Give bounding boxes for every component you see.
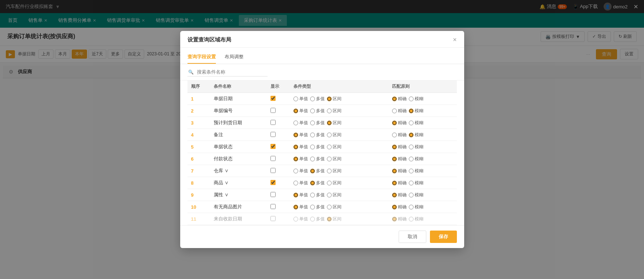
type-option-9-单值[interactable]: 单值 xyxy=(293,204,308,210)
type-option-2-多值[interactable]: 多值 xyxy=(310,120,325,126)
modal-search-input[interactable] xyxy=(187,68,268,76)
display-checkbox-0[interactable] xyxy=(270,96,276,101)
display-checkbox-10[interactable] xyxy=(270,216,276,221)
type-radio-3-区间[interactable] xyxy=(327,133,332,137)
display-checkbox-4[interactable] xyxy=(270,144,276,149)
match-option-8-模糊[interactable]: 模糊 xyxy=(409,192,423,198)
match-option-9-精确[interactable]: 精确 xyxy=(392,204,407,210)
match-option-4-模糊[interactable]: 模糊 xyxy=(409,144,423,150)
match-option-0-精确[interactable]: 精确 xyxy=(392,96,407,102)
type-option-9-多值[interactable]: 多值 xyxy=(310,204,325,210)
type-option-6-单值[interactable]: 单值 xyxy=(293,168,308,174)
type-radio-6-区间[interactable] xyxy=(327,169,332,173)
match-option-8-精确[interactable]: 精确 xyxy=(392,192,407,198)
type-radio-2-单值[interactable] xyxy=(293,121,298,125)
type-radio-1-单值[interactable] xyxy=(293,109,298,113)
match-radio-9-模糊[interactable] xyxy=(409,205,414,209)
type-radio-5-单值[interactable] xyxy=(293,157,298,161)
type-radio-10-多值[interactable] xyxy=(310,217,315,221)
type-option-1-多值[interactable]: 多值 xyxy=(310,108,325,114)
match-radio-2-模糊[interactable] xyxy=(409,121,414,125)
match-radio-5-精确[interactable] xyxy=(392,157,397,161)
match-radio-1-精确[interactable] xyxy=(392,109,397,113)
match-radio-3-模糊[interactable] xyxy=(409,133,414,137)
type-option-4-多值[interactable]: 多值 xyxy=(310,144,325,150)
match-radio-8-精确[interactable] xyxy=(392,193,397,197)
type-option-3-区间[interactable]: 区间 xyxy=(327,132,341,138)
type-radio-0-区间[interactable] xyxy=(327,97,332,101)
match-option-5-模糊[interactable]: 模糊 xyxy=(409,156,423,162)
display-checkbox-3[interactable] xyxy=(270,132,276,137)
match-option-4-精确[interactable]: 精确 xyxy=(392,144,407,150)
type-radio-9-单值[interactable] xyxy=(293,205,298,209)
match-radio-10-模糊[interactable] xyxy=(409,217,414,221)
type-radio-10-单值[interactable] xyxy=(293,217,298,221)
match-radio-7-精确[interactable] xyxy=(392,181,397,185)
type-option-7-多值[interactable]: 多值 xyxy=(310,180,325,186)
type-radio-1-区间[interactable] xyxy=(327,109,332,113)
type-radio-1-多值[interactable] xyxy=(310,109,315,113)
match-radio-4-模糊[interactable] xyxy=(409,145,414,149)
type-option-6-多值[interactable]: 多值 xyxy=(310,168,325,174)
type-option-1-区间[interactable]: 区间 xyxy=(327,108,341,114)
type-radio-8-区间[interactable] xyxy=(327,193,332,197)
save-button[interactable]: 保存 xyxy=(430,231,457,243)
match-option-6-模糊[interactable]: 模糊 xyxy=(409,168,423,174)
type-radio-5-区间[interactable] xyxy=(327,157,332,161)
type-radio-4-区间[interactable] xyxy=(327,145,332,149)
match-radio-0-模糊[interactable] xyxy=(409,97,414,101)
type-option-10-多值[interactable]: 多值 xyxy=(310,216,325,222)
type-option-8-单值[interactable]: 单值 xyxy=(293,192,308,198)
type-radio-8-单值[interactable] xyxy=(293,193,298,197)
match-option-7-精确[interactable]: 精确 xyxy=(392,180,407,186)
type-radio-7-单值[interactable] xyxy=(293,181,298,185)
type-option-0-多值[interactable]: 多值 xyxy=(310,96,325,102)
type-option-8-区间[interactable]: 区间 xyxy=(327,192,341,198)
match-radio-6-精确[interactable] xyxy=(392,169,397,173)
match-option-1-精确[interactable]: 精确 xyxy=(392,108,407,114)
type-radio-6-单值[interactable] xyxy=(293,169,298,173)
match-radio-2-精确[interactable] xyxy=(392,121,397,125)
match-option-7-模糊[interactable]: 模糊 xyxy=(409,180,423,186)
modal-tab-query-fields[interactable]: 查询字段设置 xyxy=(187,51,216,64)
type-radio-0-多值[interactable] xyxy=(310,97,315,101)
match-option-3-精确[interactable]: 精确 xyxy=(392,132,407,138)
match-radio-6-模糊[interactable] xyxy=(409,169,414,173)
type-option-10-单值[interactable]: 单值 xyxy=(293,216,308,222)
type-option-4-区间[interactable]: 区间 xyxy=(327,144,341,150)
type-radio-3-单值[interactable] xyxy=(293,133,298,137)
match-option-10-精确[interactable]: 精确 xyxy=(392,216,407,222)
type-radio-2-区间[interactable] xyxy=(327,121,332,125)
type-radio-3-多值[interactable] xyxy=(310,133,315,137)
type-radio-4-多值[interactable] xyxy=(310,145,315,149)
type-radio-4-单值[interactable] xyxy=(293,145,298,149)
match-option-2-模糊[interactable]: 模糊 xyxy=(409,120,423,126)
match-radio-10-精确[interactable] xyxy=(392,217,397,221)
type-option-5-单值[interactable]: 单值 xyxy=(293,156,308,162)
type-radio-5-多值[interactable] xyxy=(310,157,315,161)
type-radio-6-多值[interactable] xyxy=(310,169,315,173)
display-checkbox-2[interactable] xyxy=(270,120,276,125)
match-radio-3-精确[interactable] xyxy=(392,133,397,137)
type-option-1-单值[interactable]: 单值 xyxy=(293,108,308,114)
type-option-5-多值[interactable]: 多值 xyxy=(310,156,325,162)
type-option-7-单值[interactable]: 单值 xyxy=(293,180,308,186)
type-option-4-单值[interactable]: 单值 xyxy=(293,144,308,150)
display-checkbox-1[interactable] xyxy=(270,108,276,113)
display-checkbox-7[interactable] xyxy=(270,180,276,185)
type-option-3-多值[interactable]: 多值 xyxy=(310,132,325,138)
match-radio-9-精确[interactable] xyxy=(392,205,397,209)
cancel-button[interactable]: 取消 xyxy=(399,231,426,243)
type-radio-0-单值[interactable] xyxy=(293,97,298,101)
type-option-5-区间[interactable]: 区间 xyxy=(327,156,341,162)
type-radio-9-区间[interactable] xyxy=(327,205,332,209)
type-option-9-区间[interactable]: 区间 xyxy=(327,204,341,210)
type-option-8-多值[interactable]: 多值 xyxy=(310,192,325,198)
type-option-7-区间[interactable]: 区间 xyxy=(327,180,341,186)
match-radio-0-精确[interactable] xyxy=(392,97,397,101)
match-radio-7-模糊[interactable] xyxy=(409,181,414,185)
display-checkbox-6[interactable] xyxy=(270,168,276,173)
type-radio-9-多值[interactable] xyxy=(310,205,315,209)
type-option-2-单值[interactable]: 单值 xyxy=(293,120,308,126)
type-option-10-区间[interactable]: 区间 xyxy=(327,216,341,222)
